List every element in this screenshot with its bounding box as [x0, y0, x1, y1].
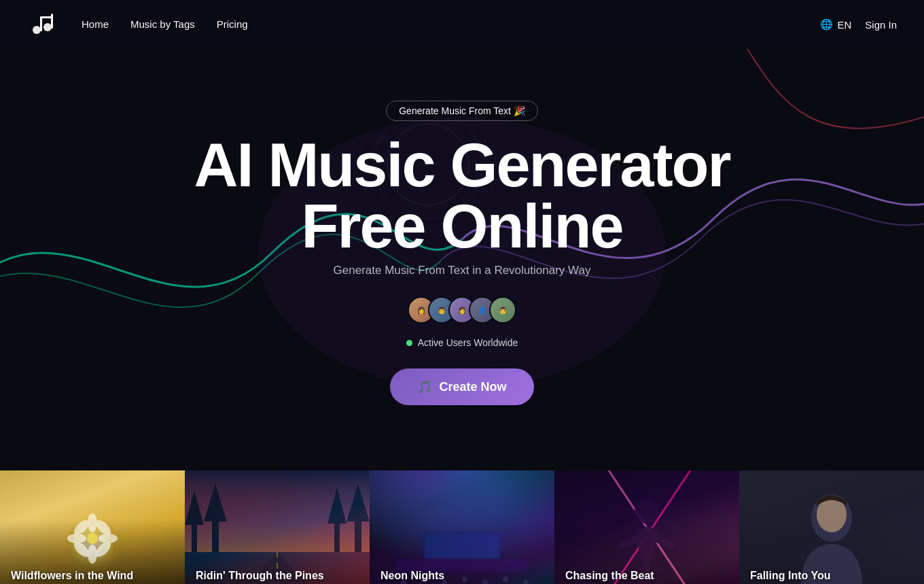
svg-point-41	[635, 499, 659, 523]
nav-item-home[interactable]: Home	[82, 18, 109, 31]
nav-links: Home Music by Tags Pricing	[82, 18, 248, 31]
hero-badge: Generate Music From Text 🎉	[386, 101, 538, 121]
music-card-chasing[interactable]: Chasing the Beat	[554, 470, 739, 584]
active-users-avatars: 👩 👨 👩 👤 👨	[408, 296, 516, 324]
svg-rect-30	[425, 533, 499, 557]
nav-item-pricing[interactable]: Pricing	[217, 18, 248, 31]
nav-left: Home Music by Tags Pricing	[27, 11, 248, 38]
lang-label: EN	[837, 19, 851, 31]
active-users-text: Active Users Worldwide	[418, 337, 518, 348]
svg-rect-4	[40, 16, 53, 18]
svg-point-11	[88, 513, 97, 532]
music-card-wildflowers[interactable]: Wildflowers in the Wind	[0, 470, 185, 584]
music-card-falling[interactable]: Falling Into You	[739, 470, 924, 584]
logo[interactable]	[27, 11, 54, 38]
sign-in-button[interactable]: Sign In	[865, 19, 897, 31]
music-cards-row: Wildflowers in the Wind	[0, 470, 924, 584]
svg-point-13	[67, 534, 86, 543]
svg-point-12	[88, 545, 97, 564]
create-now-button[interactable]: 🎵 Create Now	[390, 368, 533, 405]
nav-item-music-by-tags[interactable]: Music by Tags	[130, 18, 195, 31]
hero-section: Generate Music From Text 🎉 AI Music Gene…	[0, 49, 924, 470]
hero-title: AI Music Generator Free Online	[194, 135, 730, 257]
svg-rect-3	[51, 14, 53, 29]
language-button[interactable]: 🌐 EN	[820, 18, 851, 31]
music-note-icon: 🎵	[417, 379, 432, 394]
card-title-falling: Falling Into You	[750, 570, 831, 582]
active-dot	[406, 340, 412, 346]
svg-point-1	[43, 23, 52, 31]
card-title-ridin: Ridin' Through the Pines	[196, 570, 324, 582]
svg-point-10	[87, 533, 98, 544]
create-btn-label: Create Now	[439, 380, 506, 394]
hero-subtitle: Generate Music From Text in a Revolution…	[334, 264, 591, 277]
svg-rect-2	[40, 16, 42, 31]
card-title-chasing: Chasing the Beat	[565, 570, 654, 582]
music-card-ridin[interactable]: Ridin' Through the Pines	[185, 470, 370, 584]
svg-point-14	[99, 534, 118, 543]
music-card-neon[interactable]: Neon Nights	[370, 470, 554, 584]
navbar: Home Music by Tags Pricing 🌐 EN Sign In	[0, 0, 924, 49]
hero-content: Generate Music From Text 🎉 AI Music Gene…	[194, 101, 730, 405]
svg-point-0	[33, 26, 41, 34]
card-title-neon: Neon Nights	[380, 570, 444, 582]
avatar-5: 👨	[489, 296, 516, 324]
card-title-wildflowers: Wildflowers in the Wind	[11, 570, 133, 582]
active-users-label: Active Users Worldwide	[406, 337, 518, 348]
nav-right: 🌐 EN Sign In	[820, 18, 897, 31]
svg-point-36	[503, 577, 508, 582]
svg-point-34	[462, 577, 467, 582]
badge-text: Generate Music From Text 🎉	[399, 105, 525, 116]
lang-icon: 🌐	[820, 18, 833, 31]
